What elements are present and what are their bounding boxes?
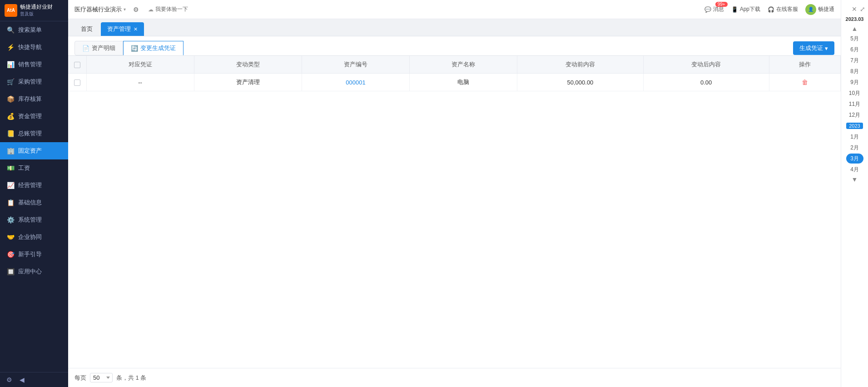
capital-icon: 💰 — [6, 113, 15, 120]
collapse-icon[interactable]: ◀ — [20, 376, 25, 383]
sidebar-item-capital[interactable]: 💰资金管理 — [0, 108, 68, 125]
document-icon: 📄 — [82, 45, 89, 52]
inner-tab-asset-detail[interactable]: 📄 资产明细 — [74, 41, 123, 55]
month-item[interactable]: 6月 — [846, 45, 863, 55]
settings-gear-icon[interactable]: ⚙ — [133, 6, 139, 13]
experience-btn[interactable]: ☁ 我要体验一下 — [148, 5, 188, 13]
sidebar-item-label: 资金管理 — [18, 112, 42, 120]
sidebar-item-label: 固定资产 — [18, 147, 42, 155]
ledger-icon: 📒 — [6, 130, 15, 137]
sidebar-nav: 🔍搜索菜单⚡快捷导航📊销售管理🛒采购管理📦库存核算💰资金管理📒总账管理🏢固定资产… — [0, 21, 68, 372]
inner-tab-asset-detail-label: 资产明细 — [92, 44, 115, 52]
per-page-select[interactable]: 10 20 50 100 — [90, 373, 113, 382]
main-area: 医疗器械行业演示 ▾ ⚙ ☁ 我要体验一下 💬 消息 99+ 📱 App下载 🎧… — [68, 0, 841, 387]
sidebar-logo: AtA 畅捷通好业财 普及版 — [0, 0, 68, 21]
sidebar-item-label: 工资 — [18, 164, 30, 172]
sidebar-item-ledger[interactable]: 📒总账管理 — [0, 125, 68, 142]
month-item[interactable]: 10月 — [846, 88, 863, 98]
messages-badge: 99+ — [715, 2, 728, 7]
sidebar-item-payroll[interactable]: 💵工资 — [0, 159, 68, 177]
tab-close-icon[interactable]: ✕ — [134, 26, 138, 32]
quick-nav-icon: ⚡ — [6, 44, 15, 51]
sidebar-item-label: 总账管理 — [18, 129, 42, 138]
month-item[interactable]: 3月 — [846, 154, 863, 164]
sidebar-item-label: 经营管理 — [18, 181, 42, 189]
cloud-icon: ☁ — [148, 6, 154, 13]
sales-icon: 📊 — [6, 61, 15, 68]
data-table-container: 对应凭证 变动类型 资产编号 资产名称 变动前内容 变动后内容 操作 -- 资产… — [68, 56, 841, 368]
sidebar-item-enterprise[interactable]: 🤝企业协同 — [0, 228, 68, 246]
close-icon[interactable]: ✕ — [852, 5, 857, 13]
tab-home[interactable]: 首页 — [74, 22, 99, 36]
user-avatar-area[interactable]: 👤 畅捷通 — [805, 4, 834, 15]
th-after-change: 变动后内容 — [643, 56, 769, 74]
purchase-icon: 🛒 — [6, 78, 15, 85]
sidebar-item-guide[interactable]: 🎯新手引导 — [0, 246, 68, 263]
system-icon: ⚙️ — [6, 216, 15, 223]
month-item[interactable]: 4月 — [846, 164, 863, 174]
content-area: 📄 资产明细 🔄 变更生成凭证 生成凭证 ▾ 对应凭证 — [68, 36, 841, 387]
app-download-btn[interactable]: 📱 App下载 — [731, 5, 760, 13]
data-table: 对应凭证 变动类型 资产编号 资产名称 变动前内容 变动后内容 操作 -- 资产… — [68, 56, 841, 91]
generate-voucher-button[interactable]: 生成凭证 ▾ — [793, 41, 834, 55]
total-label: 条，共 1 条 — [116, 374, 146, 382]
settings-icon[interactable]: ⚙ — [6, 376, 12, 383]
customer-service-label: 在线客服 — [776, 5, 798, 13]
inner-tabs-bar: 📄 资产明细 🔄 变更生成凭证 生成凭证 ▾ — [68, 36, 841, 56]
th-before-change: 变动前内容 — [517, 56, 643, 74]
company-name: 医疗器械行业演示 — [74, 5, 122, 14]
sidebar-item-search[interactable]: 🔍搜索菜单 — [0, 21, 68, 39]
month-item[interactable]: 11月 — [846, 99, 863, 109]
sidebar-item-sales[interactable]: 📊销售管理 — [0, 56, 68, 73]
month-item[interactable]: 8月 — [846, 66, 863, 76]
sidebar-item-operations[interactable]: 📈经营管理 — [0, 177, 68, 194]
sidebar-item-fixed-assets[interactable]: 🏢固定资产 — [0, 142, 68, 159]
month-list: 5月6月7月8月9月10月11月12月20231月2月3月4月 — [841, 34, 868, 174]
table-footer: 每页 10 20 50 100 条，共 1 条 — [68, 368, 841, 387]
select-all-checkbox[interactable] — [74, 62, 80, 68]
month-item[interactable]: 2月 — [846, 143, 863, 153]
customer-service-btn[interactable]: 🎧 在线客服 — [768, 5, 798, 13]
row-after-change: 0.00 — [643, 74, 769, 91]
apps-icon: 🔲 — [6, 268, 15, 275]
current-period-label: 2023.03 — [846, 16, 864, 22]
sidebar-item-label: 采购管理 — [18, 78, 42, 86]
scroll-down-arrow[interactable]: ▼ — [850, 174, 860, 184]
month-item[interactable]: 1月 — [846, 132, 863, 142]
sidebar-item-apps[interactable]: 🔲应用中心 — [0, 263, 68, 280]
inner-tab-change-voucher-label: 变更生成凭证 — [140, 44, 176, 52]
inventory-icon: 📦 — [6, 95, 15, 103]
sidebar-item-quick-nav[interactable]: ⚡快捷导航 — [0, 39, 68, 56]
headset-icon: 🎧 — [768, 6, 774, 13]
tab-asset-mgmt-label: 资产管理 — [107, 25, 131, 33]
month-item[interactable]: 9月 — [846, 77, 863, 87]
tab-asset-mgmt[interactable]: 资产管理 ✕ — [101, 22, 144, 36]
sidebar-item-inventory[interactable]: 📦库存核算 — [0, 90, 68, 108]
scroll-up-arrow[interactable]: ▲ — [850, 24, 860, 34]
row-checkbox-cell — [68, 74, 86, 91]
th-change-type: 变动类型 — [194, 56, 302, 74]
row-before-change: 50,000.00 — [517, 74, 643, 91]
row-asset-code: 000001 — [302, 74, 409, 91]
th-voucher: 对应凭证 — [86, 56, 194, 74]
sidebar-item-label: 系统管理 — [18, 216, 42, 224]
month-item[interactable]: 5月 — [846, 34, 863, 44]
expand-icon[interactable]: ⤢ — [860, 5, 865, 13]
messages-btn[interactable]: 💬 消息 99+ — [704, 5, 724, 13]
row-action: 🗑 — [769, 74, 840, 91]
sidebar-item-basic-info[interactable]: 📋基础信息 — [0, 194, 68, 211]
company-selector[interactable]: 医疗器械行业演示 ▾ — [74, 5, 126, 14]
experience-label: 我要体验一下 — [155, 5, 188, 13]
right-panel-controls: ✕ ⤢ — [841, 4, 868, 15]
guide-icon: 🎯 — [6, 251, 15, 258]
sidebar-item-system[interactable]: ⚙️系统管理 — [0, 211, 68, 228]
row-checkbox[interactable] — [74, 79, 80, 86]
month-item[interactable]: 12月 — [846, 110, 863, 120]
delete-row-icon[interactable]: 🗑 — [802, 79, 808, 86]
year-badge[interactable]: 2023 — [846, 123, 863, 129]
month-item[interactable]: 7月 — [846, 55, 863, 65]
sidebar-item-label: 销售管理 — [18, 60, 42, 69]
sidebar-item-purchase[interactable]: 🛒采购管理 — [0, 73, 68, 90]
inner-tab-change-voucher[interactable]: 🔄 变更生成凭证 — [123, 41, 184, 55]
row-change-type: 资产清理 — [194, 74, 302, 91]
